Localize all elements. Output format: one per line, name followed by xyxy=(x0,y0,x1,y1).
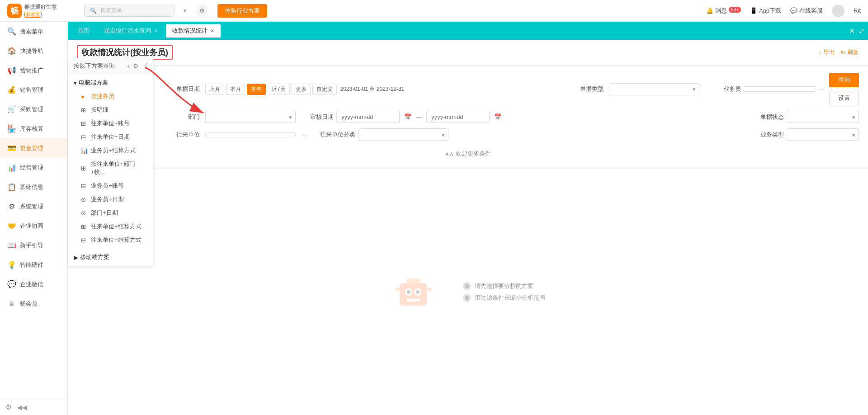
sidebar-item-enterprise[interactable]: 🤝 企业协同 xyxy=(0,216,67,236)
salesperson-more-btn[interactable]: ··· xyxy=(819,86,824,93)
date-btn-custom[interactable]: 自定义 xyxy=(312,84,337,95)
scheme-item-salesperson-date[interactable]: ⊙ 业务员+日期 xyxy=(68,193,153,206)
scheme-item-label: 按明细 xyxy=(91,106,108,114)
scheme-item-salesperson-settlement[interactable]: 📊 业务员+结算方式 xyxy=(68,144,153,157)
salesperson-input[interactable] xyxy=(744,86,816,92)
scheme-add-btn[interactable]: + xyxy=(127,62,130,70)
sidebar-collapse-icon[interactable]: ◀◀ xyxy=(17,404,27,411)
doc-status-select[interactable] xyxy=(787,111,859,123)
sidebar-item-warehouse[interactable]: 🏪 库存核算 xyxy=(0,119,67,138)
counterpart-category-select[interactable] xyxy=(358,128,448,141)
scheme-item-dept-date[interactable]: ⊙ 部门+日期 xyxy=(68,206,153,220)
scheme-item-counterpart-date[interactable]: ⊟ 往来单位+日期 xyxy=(68,130,153,144)
scheme-item-counterpart-account[interactable]: ⊟ 往来单位+账号 xyxy=(68,117,153,130)
export-icon: ↑ xyxy=(819,49,822,56)
scheme-item-icon-active: ● xyxy=(81,93,88,100)
biz-type-select-wrapper xyxy=(787,128,859,141)
sidebar-item-label: 新手引导 xyxy=(20,241,43,250)
sidebar-item-label: 智能硬件 xyxy=(20,261,43,269)
sidebar-settings-icon[interactable]: ⚙ xyxy=(5,403,12,411)
refresh-icon: ↻ xyxy=(840,49,845,56)
tab-receipt-stats[interactable]: 收款情况统计 ✕ xyxy=(166,24,221,38)
date-btn-last-month[interactable]: 上月 xyxy=(205,84,224,95)
scheme-item-label: 业务员+日期 xyxy=(91,195,124,203)
app-download-btn[interactable]: 📱 App下载 xyxy=(750,7,781,15)
scheme-item-label: 业务员+账号 xyxy=(91,182,124,190)
sidebar-item-capital[interactable]: 💳 资金管理 xyxy=(0,138,67,158)
sidebar-item-label: 库存核算 xyxy=(20,125,43,133)
date-btn-this-month[interactable]: 本月 xyxy=(226,84,245,95)
date-dash: — xyxy=(416,113,422,120)
scheme-item-label: 按业务员 xyxy=(91,92,114,100)
svg-rect-1 xyxy=(406,278,420,284)
sidebar-item-search[interactable]: 🔍 搜索菜单 xyxy=(0,22,67,41)
messages-badge: 99+ xyxy=(729,7,741,13)
settings-btn[interactable]: 设置 xyxy=(829,91,859,105)
sidebar-item-purchase[interactable]: 🛒 采购管理 xyxy=(0,99,67,119)
tab-expand-btn[interactable]: ⤢ xyxy=(859,27,864,35)
scheme-item-label: 往来单位+日期 xyxy=(91,133,130,141)
query-btn[interactable]: 查询 xyxy=(829,73,859,87)
sidebar-item-marketing[interactable]: 📢 营销推广 xyxy=(0,61,67,80)
sidebar-item-member[interactable]: ♕ 畅会员 xyxy=(0,294,67,313)
scheme-collapse-btn[interactable]: 《 xyxy=(142,62,148,70)
dept-select[interactable] xyxy=(205,111,296,123)
sidebar-item-basic[interactable]: 📋 基础信息 xyxy=(0,177,67,197)
svg-rect-7 xyxy=(395,288,401,291)
date-btn-7days[interactable]: 近7天 xyxy=(268,84,290,95)
cal-icon-from[interactable]: 📅 xyxy=(404,113,411,120)
export-btn[interactable]: ↑ 导出 xyxy=(819,48,835,57)
nav-dropdown-arrow[interactable]: ▾ xyxy=(184,7,187,14)
scheme-item-salesperson-account[interactable]: ⊟ 业务员+账号 xyxy=(68,179,153,193)
date-btn-more[interactable]: 更多 xyxy=(292,84,311,95)
sidebar-item-label: 快捷导航 xyxy=(20,47,43,55)
scheme-item-detail[interactable]: ⊞ 按明细 xyxy=(68,103,153,117)
review-date-to[interactable] xyxy=(426,111,490,123)
scheme-section-desktop-header[interactable]: ▾ 电脑端方案 xyxy=(68,76,153,90)
sidebar-item-operation[interactable]: 📊 经营管理 xyxy=(0,158,67,177)
scheme-item-by-salesperson[interactable]: ● 按业务员 xyxy=(68,90,153,103)
enterprise-icon: 🤝 xyxy=(7,222,16,230)
trial-btn[interactable]: 体验行业方案 xyxy=(217,4,267,18)
tab-home[interactable]: 首页 xyxy=(71,24,96,38)
counterpart-more-btn[interactable]: ··· xyxy=(301,132,309,138)
collapse-more-btn[interactable]: ∧∧ 收起更多条件 xyxy=(77,146,859,161)
sidebar-item-hardware[interactable]: 💡 智能硬件 xyxy=(0,255,67,274)
settings-gear[interactable]: ⚙ xyxy=(196,5,208,17)
messages-btn[interactable]: 🔔 消息 99+ xyxy=(706,7,741,15)
svg-point-4 xyxy=(407,290,410,294)
biz-type-select[interactable] xyxy=(787,128,859,141)
scheme-item-icon-table4: ⊟ xyxy=(81,237,88,244)
scheme-item-counterpart-settlement2[interactable]: ⊟ 往来单位+结算方式 xyxy=(68,233,153,247)
tab-bank-flow[interactable]: 现金银行流水查询 ✕ xyxy=(98,24,164,38)
sidebar-item-wechat[interactable]: 💬 企业微信 xyxy=(0,274,67,294)
tab-close-receipt-stats[interactable]: ✕ xyxy=(210,28,214,34)
refresh-btn[interactable]: ↻ 刷新 xyxy=(840,48,859,57)
review-date-from[interactable] xyxy=(336,111,400,123)
sidebar-item-label: 资金管理 xyxy=(20,144,43,152)
cal-icon-to[interactable]: 📅 xyxy=(494,113,501,120)
sidebar-item-guide[interactable]: 📖 新手引导 xyxy=(0,236,67,255)
top-nav-area: 🔍 搜索菜单 ▾ ⚙ 体验行业方案 xyxy=(75,4,706,18)
sidebar-item-quick-nav[interactable]: 🏠 快捷导航 xyxy=(0,41,67,61)
scheme-section-mobile-header[interactable]: ▶ 移动端方案 xyxy=(68,250,153,264)
filter-row-date: 按以下方案查询 + ⚙ 《 单据日期 上月 本月 本年 近7天 更多 自定义 2… xyxy=(77,73,859,105)
scheme-item-counterpart-dept[interactable]: ⊞ 按往来单位+部门+收... xyxy=(68,157,153,179)
purchase-icon: 🛒 xyxy=(7,105,16,113)
search-bar[interactable]: 🔍 搜索菜单 xyxy=(84,5,175,17)
online-service-btn[interactable]: 💬 在线客服 xyxy=(790,7,823,15)
sidebar-item-system[interactable]: ⚙ 系统管理 xyxy=(0,197,67,216)
scheme-item-icon-table3: ⊟ xyxy=(81,183,88,189)
scheme-gear-btn[interactable]: ⚙ xyxy=(133,62,139,70)
tab-close-bank-flow[interactable]: ✕ xyxy=(154,28,158,34)
tab-close-all-btn[interactable]: ✕ xyxy=(849,27,855,35)
doc-type-select[interactable] xyxy=(609,83,699,95)
warehouse-icon: 🏪 xyxy=(7,124,16,133)
step-num-2: ② xyxy=(463,294,471,302)
page-header: 收款情况统计(按业务员) ↑ 导出 ↻ 刷新 xyxy=(68,40,868,66)
date-btn-this-year[interactable]: 本年 xyxy=(247,84,266,95)
scheme-item-counterpart-settlement1[interactable]: ⊞ 往来单位+结算方式 xyxy=(68,220,153,233)
user-avatar[interactable] xyxy=(832,5,844,17)
sidebar-item-sales[interactable]: 💰 销售管理 xyxy=(0,80,67,99)
counterpart-input[interactable] xyxy=(205,132,296,137)
